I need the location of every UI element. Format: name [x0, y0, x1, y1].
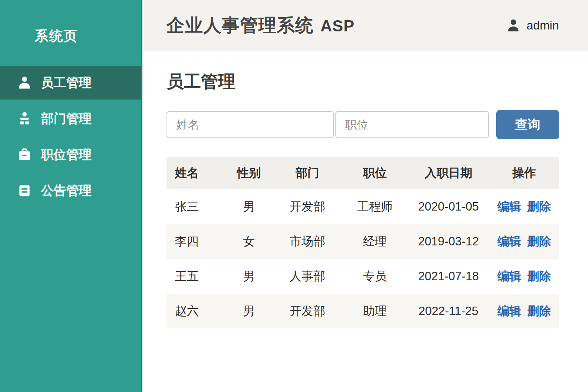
cell-actions: 编辑删除 [490, 224, 559, 259]
cell-department: 市场部 [273, 224, 342, 259]
page-title: 员工管理 [167, 70, 588, 93]
header-department: 部门 [273, 157, 342, 189]
cell-actions: 编辑删除 [490, 189, 559, 224]
table-header-row: 姓名 性别 部门 职位 入职日期 操作 [167, 157, 559, 189]
app-title-text: 企业人事管理系统 [167, 13, 314, 38]
header-gender: 性别 [225, 157, 273, 189]
sidebar-menu: 员工管理 部门管理 职位管理 公告 [0, 66, 141, 210]
cell-gender: 男 [225, 189, 273, 224]
app-title: 企业人事管理系统 ASP [167, 13, 354, 38]
cell-hire-date: 2020-01-05 [407, 189, 489, 224]
sidebar-item-employee-management[interactable]: 员工管理 [0, 66, 141, 100]
cell-department: 开发部 [273, 189, 342, 224]
delete-link[interactable]: 删除 [527, 304, 551, 318]
user-avatar-icon [506, 18, 521, 33]
cell-actions: 编辑删除 [490, 259, 559, 294]
sidebar-item-label: 公告管理 [41, 182, 91, 199]
employee-table: 姓名 性别 部门 职位 入职日期 操作 张三 男 开发部 工程师 2020-01… [167, 157, 559, 328]
sidebar-title: 系统页 [34, 27, 78, 46]
sidebar-item-announcement-management[interactable]: 公告管理 [0, 174, 141, 207]
name-search-input[interactable] [167, 111, 334, 138]
cell-name: 赵六 [167, 294, 225, 328]
delete-link[interactable]: 删除 [527, 270, 551, 283]
sidebar-item-label: 员工管理 [41, 74, 91, 91]
cell-hire-date: 2021-07-18 [407, 259, 489, 294]
header-name: 姓名 [167, 157, 225, 189]
table-row: 赵六 男 开发部 助理 2022-11-25 编辑删除 [167, 294, 559, 328]
header-hire-date: 入职日期 [407, 157, 489, 189]
top-header: 企业人事管理系统 ASP admin [144, 0, 588, 51]
main-content: 员工管理 查询 姓名 性别 部门 职位 入职日期 操作 [144, 51, 588, 392]
sidebar-item-position-management[interactable]: 职位管理 [0, 138, 141, 172]
cell-position: 工程师 [342, 189, 407, 224]
cell-name: 李四 [167, 224, 225, 259]
cell-actions: 编辑删除 [490, 294, 559, 328]
table-row: 王五 男 人事部 专员 2021-07-18 编辑删除 [167, 259, 559, 294]
edit-link[interactable]: 编辑 [497, 235, 521, 248]
search-button[interactable]: 查询 [496, 110, 559, 139]
edit-link[interactable]: 编辑 [497, 270, 521, 283]
edit-link[interactable]: 编辑 [497, 304, 521, 318]
table-row: 张三 男 开发部 工程师 2020-01-05 编辑删除 [167, 189, 559, 224]
sidebar: 系统页 员工管理 部门管理 职位管理 [0, 0, 142, 392]
delete-link[interactable]: 删除 [527, 235, 551, 248]
org-icon [17, 111, 32, 126]
table-row: 李四 女 市场部 经理 2019-03-12 编辑删除 [167, 224, 559, 259]
cell-name: 张三 [167, 189, 225, 224]
app-title-suffix: ASP [320, 17, 354, 35]
user-icon [17, 75, 32, 90]
cell-gender: 男 [225, 259, 273, 294]
sidebar-item-label: 部门管理 [41, 110, 91, 127]
edit-link[interactable]: 编辑 [497, 200, 521, 213]
sidebar-item-label: 职位管理 [41, 146, 91, 163]
briefcase-icon [17, 147, 32, 162]
cell-hire-date: 2022-11-25 [407, 294, 489, 328]
document-icon [17, 183, 32, 198]
cell-hire-date: 2019-03-12 [407, 224, 489, 259]
cell-position: 助理 [342, 294, 407, 328]
header-position: 职位 [342, 157, 407, 189]
cell-department: 开发部 [273, 294, 342, 328]
sidebar-item-department-management[interactable]: 部门管理 [0, 102, 141, 136]
cell-gender: 女 [225, 224, 273, 259]
cell-position: 经理 [342, 224, 407, 259]
position-search-input[interactable] [335, 111, 489, 138]
user-menu[interactable]: admin [506, 18, 559, 33]
delete-link[interactable]: 删除 [527, 200, 551, 213]
cell-name: 王五 [167, 259, 225, 294]
cell-gender: 男 [225, 294, 273, 328]
header-actions: 操作 [490, 157, 559, 189]
cell-department: 人事部 [273, 259, 342, 294]
search-form: 查询 [167, 110, 588, 139]
cell-position: 专员 [342, 259, 407, 294]
user-name: admin [527, 19, 559, 33]
